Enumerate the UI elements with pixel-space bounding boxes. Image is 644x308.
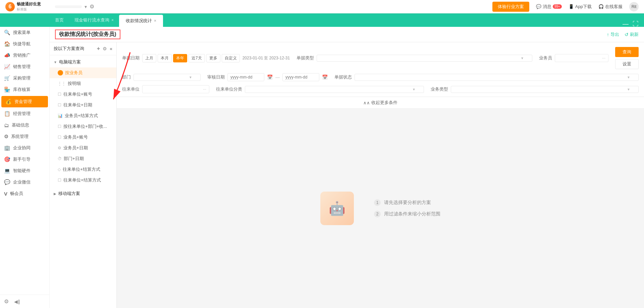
sidebar-item-finance[interactable]: 💰 资金管理: [1, 96, 48, 107]
avatar[interactable]: Rit: [629, 2, 639, 11]
sales-icon: 📈: [4, 64, 10, 70]
guide-icon: 🎯: [4, 156, 10, 162]
app-name: 畅捷通好生意: [17, 1, 41, 7]
calendar-icon-1[interactable]: 📅: [267, 74, 273, 80]
scheme-item-partner-account[interactable]: ☐ 往来单位+账号: [50, 89, 116, 100]
basic-icon: 🗂: [4, 122, 9, 128]
sidebar-item-purchase[interactable]: 🛒 采购管理: [0, 72, 49, 84]
settings-filter-btn[interactable]: 设置: [615, 59, 639, 69]
breadcrumb-bar[interactable]: [55, 5, 82, 8]
tab-cash-flow-close[interactable]: ×: [111, 18, 114, 22]
biz-type-select[interactable]: ▼: [451, 86, 639, 93]
salesperson-dots[interactable]: ···: [602, 56, 605, 60]
service-btn[interactable]: 🎧 在线客服: [598, 4, 623, 10]
trial-btn[interactable]: 体验行业方案: [492, 2, 529, 12]
sidebar-item-basic[interactable]: 🗂 基础信息: [0, 119, 49, 131]
salesperson-input[interactable]: ···: [555, 54, 608, 62]
date-range-display: 2023-01-01 至 2023-12-31: [243, 55, 290, 61]
wechat-icon: 💬: [4, 179, 10, 185]
tab-collection-stats[interactable]: 收款情况统计 ×: [119, 15, 163, 27]
scheme-item-dept-collection[interactable]: ☐ 按往来单位+部门+收...: [50, 121, 116, 132]
empty-hint-2: 2 用过滤条件来缩小分析范围: [374, 211, 440, 217]
search-icon: 🔍: [4, 30, 10, 36]
scheme-add-btn[interactable]: +: [97, 46, 100, 52]
sidebar-item-sales[interactable]: 📈 销售管理: [0, 61, 49, 72]
scheme-item-partner-date[interactable]: ☐ 往来单位+日期: [50, 100, 116, 110]
partner-account-icon: ☐: [58, 92, 61, 97]
export-icon: ↑: [607, 32, 609, 37]
scheme-item-salesperson-account[interactable]: ☐ 业务员+账号: [50, 132, 116, 143]
sidebar-item-guide[interactable]: 🎯 新手引导: [0, 154, 49, 165]
sidebar-item-marketing[interactable]: 📣 营销推广: [0, 50, 49, 61]
scheme-item-salesperson-settlement[interactable]: 📊 业务员+结算方式: [50, 110, 116, 121]
tab-maximize-btn[interactable]: ⛶: [633, 21, 639, 27]
tab-home[interactable]: 首页: [50, 13, 69, 27]
scheme-item-detail[interactable]: ⋮⋮ 按明细: [50, 78, 116, 89]
scheme-collapse-icon[interactable]: «: [110, 46, 112, 51]
sidebar-bottom-settings[interactable]: ⚙: [4, 298, 9, 305]
breadcrumb-dropdown[interactable]: ▾: [85, 4, 87, 9]
inventory-icon: 🏪: [4, 87, 10, 93]
empty-state-image: 🤖: [320, 192, 354, 225]
export-btn[interactable]: ↑ 导出: [607, 32, 619, 38]
message-icon: 💬: [536, 4, 541, 9]
query-btn[interactable]: 查询: [615, 47, 639, 57]
hardware-icon: 💻: [4, 168, 10, 174]
partner-category-select[interactable]: ▼: [245, 86, 424, 93]
date-btn-last-month[interactable]: 上月: [142, 54, 156, 62]
sidebar-item-system[interactable]: ⚙ 系统管理: [0, 131, 49, 142]
voucher-type-select[interactable]: ▼: [317, 55, 532, 62]
date-btn-7days[interactable]: 近7天: [189, 54, 205, 62]
scheme-group-mobile-title[interactable]: ▶ 移动端方案: [50, 188, 116, 199]
scheme-item-partner-settlement2[interactable]: ☐ 往来单位+结算方式: [50, 175, 116, 186]
message-badge: 99+: [553, 4, 562, 9]
refresh-btn[interactable]: ↺ 刷新: [625, 32, 639, 38]
review-date-to[interactable]: [282, 73, 319, 81]
tab-minimize-btn[interactable]: —: [623, 21, 629, 27]
hint-num-1: 1: [374, 199, 381, 206]
sidebar-item-inventory[interactable]: 🏪 库存核算: [0, 84, 49, 95]
ps1-icon: ◇: [58, 167, 61, 172]
ps2-icon: ☐: [58, 178, 61, 183]
sidebar-item-member[interactable]: V 畅会员: [0, 188, 49, 199]
sidebar-item-wechat[interactable]: 💬 企业微信: [0, 176, 49, 188]
scheme-item-partner-settlement1[interactable]: ◇ 往来单位+结算方式: [50, 164, 116, 175]
settings-icon[interactable]: ⚙: [90, 3, 94, 10]
tab-collection-stats-close[interactable]: ×: [154, 18, 156, 23]
collapse-filter-btn[interactable]: ∧∧ 收起更多条件: [363, 100, 397, 106]
home-icon: 🏠: [4, 41, 10, 47]
sidebar-item-hardware[interactable]: 💻 智能硬件: [0, 165, 49, 176]
scheme-settings-icon[interactable]: ⚙: [103, 46, 107, 51]
business-icon: 📋: [4, 111, 10, 117]
date-btn-more[interactable]: 更多: [206, 54, 220, 62]
app-download-btn[interactable]: 📱 App下载: [569, 4, 592, 10]
partner-input[interactable]: ···: [142, 85, 209, 93]
sidebar-item-enterprise[interactable]: 🏢 企业协同: [0, 142, 49, 154]
message-btn[interactable]: 💬 消息 99+: [536, 4, 562, 10]
scheme-item-salesperson-date[interactable]: ⚙ 业务员+日期: [50, 143, 116, 153]
refresh-icon: ↺: [625, 32, 629, 37]
date-btn-this-month[interactable]: 本月: [158, 54, 172, 62]
sidebar-item-search[interactable]: 🔍 搜索菜单: [0, 27, 49, 38]
scheme-group-desktop-title[interactable]: ▼ 电脑端方案: [50, 57, 116, 67]
dept-select[interactable]: ▼: [133, 74, 201, 81]
voucher-status-select[interactable]: ▼: [355, 74, 639, 81]
scheme-item-dept-date[interactable]: ⏱ 部门+日期: [50, 153, 116, 164]
date-btn-custom[interactable]: 自定义: [222, 54, 240, 62]
app-edition: 标准版: [17, 7, 41, 12]
review-date-from[interactable]: [227, 73, 264, 81]
service-icon: 🎧: [598, 4, 604, 9]
sidebar-bottom-collapse[interactable]: ◀‖: [14, 299, 20, 304]
sidebar-item-business[interactable]: 📋 经营管理: [0, 108, 49, 119]
collapse-icon: ∧∧: [363, 100, 370, 105]
scheme-item-salesperson[interactable]: 按业务员: [50, 67, 116, 78]
date-btn-this-year[interactable]: 本年: [173, 54, 187, 62]
calendar-icon-2[interactable]: 📅: [322, 74, 328, 80]
dept-icon: ☐: [58, 124, 61, 129]
scheme-group-mobile: ▶ 移动端方案: [50, 187, 116, 200]
partner-dots[interactable]: ···: [203, 87, 206, 92]
tab-cash-flow[interactable]: 现金银行流水查询 ×: [69, 13, 119, 27]
sidebar-item-nav[interactable]: 🏠 快捷导航: [0, 38, 49, 50]
date-label: 单据日期: [122, 55, 140, 61]
system-icon: ⚙: [4, 134, 8, 140]
